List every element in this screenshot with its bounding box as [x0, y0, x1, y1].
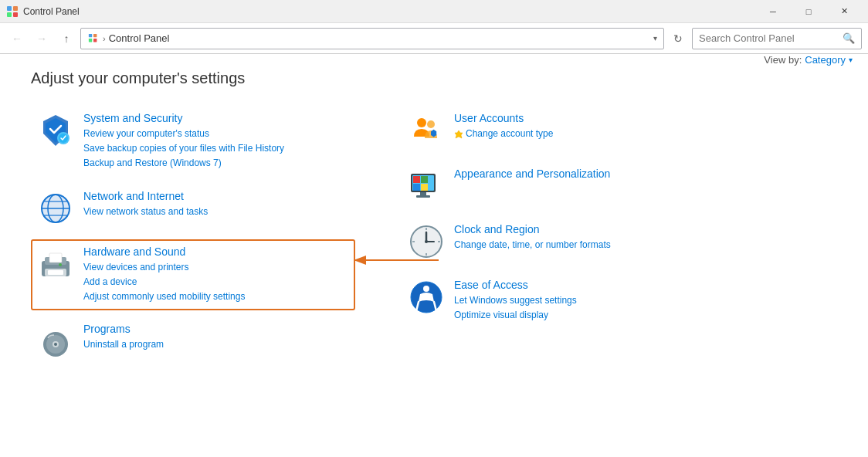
programs-content: Programs Uninstall a program	[83, 323, 349, 352]
network-internet-icon	[37, 190, 74, 227]
path-separator: ›	[103, 34, 106, 43]
view-by-dropdown[interactable]: Category	[805, 54, 846, 66]
back-icon: ←	[12, 32, 22, 45]
title-bar: Control Panel ─ □ ✕	[0, 0, 868, 23]
right-categories: User Accounts Change account type	[402, 106, 726, 372]
svg-rect-2	[7, 12, 12, 17]
programs-title[interactable]: Programs	[83, 323, 349, 335]
category-clock-region[interactable]: Clock and Region Change date, time, or n…	[402, 217, 726, 266]
system-security-icon	[37, 112, 74, 149]
address-path[interactable]: › Control Panel ▾	[80, 28, 664, 49]
network-internet-title[interactable]: Network and Internet	[83, 190, 349, 202]
svg-rect-4	[89, 33, 92, 36]
forward-button[interactable]: →	[31, 28, 53, 49]
user-accounts-icon	[408, 112, 445, 149]
svg-rect-40	[421, 184, 428, 191]
system-security-title[interactable]: System and Security	[83, 112, 349, 124]
svg-rect-0	[7, 6, 12, 11]
maximize-button[interactable]: □	[791, 0, 826, 23]
user-accounts-content: User Accounts Change account type	[454, 112, 720, 144]
page-title: Adjust your computer's settings	[31, 69, 837, 87]
svg-rect-42	[416, 195, 430, 198]
app-icon	[6, 5, 19, 18]
svg-rect-5	[93, 33, 97, 36]
clock-region-content: Clock and Region Change date, time, or n…	[454, 223, 720, 252]
view-devices-link[interactable]: View devices and printers	[83, 260, 349, 275]
path-text: Control Panel	[109, 32, 170, 44]
refresh-icon: ↻	[673, 32, 683, 45]
svg-rect-23	[49, 253, 62, 262]
svg-rect-37	[413, 176, 420, 183]
category-programs[interactable]: Programs Uninstall a program	[31, 317, 355, 366]
svg-point-32	[427, 120, 435, 128]
category-ease-access[interactable]: Ease of Access Let Windows suggest setti…	[402, 273, 726, 329]
category-user-accounts[interactable]: User Accounts Change account type	[402, 106, 726, 155]
view-by-arrow[interactable]: ▾	[849, 56, 853, 64]
up-button[interactable]: ↑	[56, 28, 77, 49]
add-device-link[interactable]: Add a device	[83, 275, 349, 289]
ease-access-icon	[408, 279, 445, 316]
file-history-link[interactable]: Save backup copies of your files with Fi…	[83, 141, 349, 156]
view-by-label: View by:	[764, 54, 802, 66]
address-bar: ← → ↑ › Control Panel ▾ ↻ 🔍	[0, 23, 868, 54]
categories-grid: System and Security Review your computer…	[31, 106, 726, 372]
category-hardware-sound[interactable]: Hardware and Sound View devices and prin…	[31, 239, 355, 311]
system-security-content: System and Security Review your computer…	[83, 112, 349, 171]
network-internet-content: Network and Internet View network status…	[83, 190, 349, 219]
left-categories: System and Security Review your computer…	[31, 106, 355, 372]
svg-point-30	[54, 343, 57, 346]
path-dropdown-arrow[interactable]: ▾	[653, 34, 657, 42]
uninstall-program-link[interactable]: Uninstall a program	[83, 337, 349, 352]
path-icon	[87, 32, 100, 45]
search-icon[interactable]: 🔍	[843, 32, 855, 44]
svg-point-31	[417, 118, 426, 127]
programs-icon	[37, 323, 74, 360]
svg-point-54	[423, 286, 429, 292]
hardware-sound-title[interactable]: Hardware and Sound	[83, 245, 349, 258]
svg-rect-3	[13, 12, 18, 17]
title-bar-text: Control Panel	[23, 6, 755, 17]
minimize-button[interactable]: ─	[755, 0, 791, 23]
system-status-link[interactable]: Review your computer's status	[83, 127, 349, 141]
ease-access-title[interactable]: Ease of Access	[454, 279, 720, 291]
appearance-title[interactable]: Appearance and Personalization	[454, 168, 720, 180]
clock-region-title[interactable]: Clock and Region	[454, 223, 720, 235]
svg-rect-38	[421, 176, 428, 183]
category-system-security[interactable]: System and Security Review your computer…	[31, 106, 355, 178]
svg-rect-22	[48, 270, 63, 275]
category-network-internet[interactable]: Network and Internet View network status…	[31, 184, 355, 233]
svg-rect-7	[93, 39, 97, 42]
back-button[interactable]: ←	[6, 28, 28, 49]
svg-marker-34	[455, 130, 463, 138]
search-input[interactable]	[699, 32, 839, 44]
mobility-settings-link[interactable]: Adjust commonly used mobility settings	[83, 289, 349, 304]
svg-rect-6	[89, 39, 92, 42]
appearance-content: Appearance and Personalization	[454, 168, 720, 182]
category-appearance[interactable]: Appearance and Personalization	[402, 161, 726, 211]
change-date-time-link[interactable]: Change date, time, or number formats	[454, 238, 720, 252]
svg-rect-1	[13, 6, 18, 11]
title-bar-buttons: ─ □ ✕	[755, 0, 862, 23]
network-status-link[interactable]: View network status and tasks	[83, 205, 349, 219]
windows-suggest-link[interactable]: Let Windows suggest settings	[454, 293, 720, 308]
svg-rect-39	[413, 184, 420, 191]
search-box[interactable]: 🔍	[692, 28, 862, 49]
change-account-type-link[interactable]: Change account type	[454, 127, 720, 144]
user-accounts-title[interactable]: User Accounts	[454, 112, 720, 124]
hardware-sound-content: Hardware and Sound View devices and prin…	[83, 245, 349, 305]
refresh-button[interactable]: ↻	[667, 28, 689, 49]
appearance-icon	[408, 168, 445, 205]
up-icon: ↑	[64, 32, 70, 45]
arrow-annotation	[346, 249, 446, 272]
close-button[interactable]: ✕	[826, 0, 862, 23]
main-content: View by: Category ▾ Adjust your computer…	[0, 54, 868, 457]
svg-point-24	[59, 263, 62, 266]
backup-restore-link[interactable]: Backup and Restore (Windows 7)	[83, 156, 349, 171]
forward-icon: →	[36, 32, 47, 45]
optimize-display-link[interactable]: Optimize visual display	[454, 308, 720, 323]
hardware-sound-icon	[37, 245, 74, 283]
view-by-control: View by: Category ▾	[764, 54, 853, 66]
ease-access-content: Ease of Access Let Windows suggest setti…	[454, 279, 720, 323]
